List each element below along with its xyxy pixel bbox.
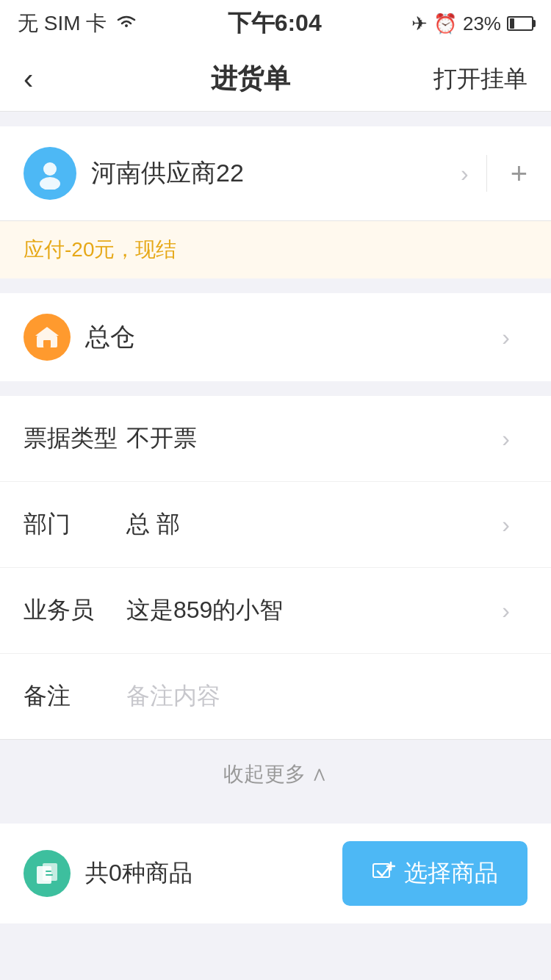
status-right: ✈ ⏰ 23% [411, 12, 533, 35]
form-row-remark[interactable]: 备注 备注内容 [0, 654, 551, 739]
add-supplier-button[interactable]: + [511, 157, 527, 190]
page-title: 进货单 [211, 61, 290, 97]
back-button[interactable]: ‹ [24, 62, 68, 96]
svg-point-0 [43, 162, 57, 176]
supplier-card: 河南供应商22 › + 应付-20元，现结 [0, 126, 551, 278]
dept-label: 部门 [24, 508, 126, 541]
form-section: 票据类型 不开票 › 部门 总 部 › 业务员 这是859的小智 › 备注 备注… [0, 396, 551, 739]
product-count: 共0种商品 [85, 857, 342, 890]
staff-chevron-icon: › [502, 597, 510, 624]
select-product-button[interactable]: 选择商品 [342, 841, 527, 906]
collapse-row[interactable]: 收起更多 ∧ [0, 739, 551, 809]
notice-bar: 应付-20元，现结 [0, 221, 551, 278]
remark-label: 备注 [24, 680, 126, 713]
invoice-label: 票据类型 [24, 422, 126, 455]
invoice-chevron-icon: › [502, 425, 510, 453]
supplier-avatar [24, 147, 76, 200]
warehouse-row[interactable]: 总仓 › [0, 293, 551, 381]
svg-rect-4 [43, 340, 51, 347]
open-pending-button[interactable]: 打开挂单 [433, 63, 527, 96]
page-background [0, 923, 551, 980]
collapse-label: 收起更多 ∧ [223, 763, 328, 785]
wifi-icon [115, 12, 137, 35]
nav-bar: ‹ 进货单 打开挂单 [0, 47, 551, 112]
battery-percent: 23% [463, 12, 501, 35]
status-time: 下午6:04 [228, 7, 322, 40]
product-icon [24, 850, 71, 897]
location-icon: ✈ [411, 12, 428, 35]
bottom-bar: 共0种商品 选择商品 [0, 824, 551, 923]
alarm-icon: ⏰ [433, 12, 457, 35]
remark-input[interactable]: 备注内容 [126, 680, 527, 713]
select-product-label: 选择商品 [404, 857, 498, 890]
staff-value: 这是859的小智 [126, 594, 502, 627]
supplier-chevron-icon: › [461, 160, 469, 187]
invoice-value: 不开票 [126, 422, 502, 455]
supplier-name: 河南供应商22 [91, 156, 461, 190]
notice-text: 应付-20元，现结 [24, 238, 176, 261]
form-row-staff[interactable]: 业务员 这是859的小智 › [0, 568, 551, 654]
svg-point-1 [40, 177, 60, 190]
dept-value: 总 部 [126, 508, 502, 541]
divider [486, 155, 487, 192]
svg-rect-7 [46, 871, 51, 872]
supplier-row[interactable]: 河南供应商22 › + [0, 126, 551, 221]
gap-1 [0, 112, 551, 126]
battery-icon [507, 16, 533, 31]
select-product-icon [372, 860, 395, 887]
form-row-invoice[interactable]: 票据类型 不开票 › [0, 396, 551, 482]
warehouse-name: 总仓 [85, 320, 502, 354]
warehouse-icon [24, 314, 71, 361]
svg-marker-3 [35, 327, 59, 336]
staff-label: 业务员 [24, 594, 126, 627]
carrier-label: 无 SIM 卡 [18, 10, 107, 37]
dept-chevron-icon: › [502, 511, 510, 538]
status-left: 无 SIM 卡 [18, 10, 137, 37]
warehouse-card: 总仓 › [0, 293, 551, 381]
form-row-dept[interactable]: 部门 总 部 › [0, 482, 551, 568]
status-bar: 无 SIM 卡 下午6:04 ✈ ⏰ 23% [0, 0, 551, 47]
svg-rect-8 [46, 874, 53, 876]
warehouse-chevron-icon: › [502, 324, 510, 351]
